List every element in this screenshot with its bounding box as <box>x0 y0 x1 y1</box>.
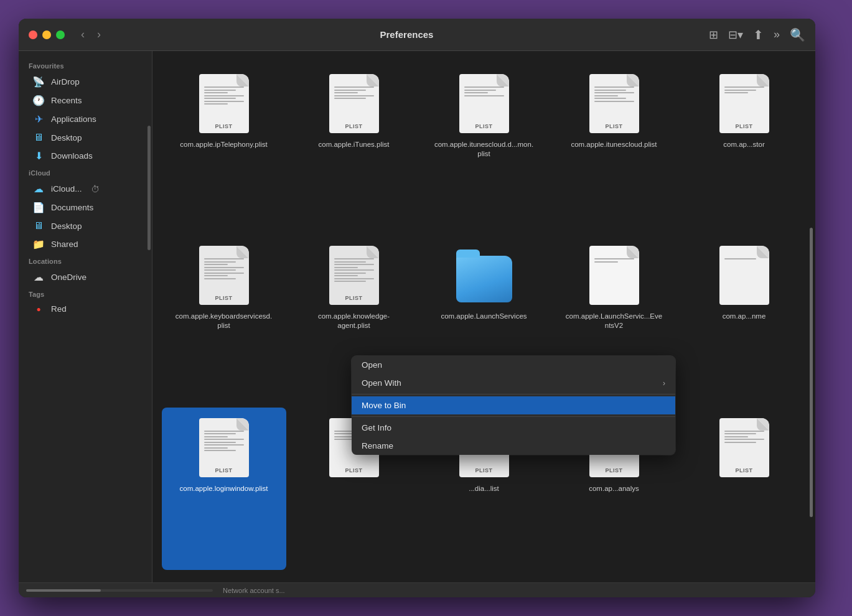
view-grid-icon[interactable]: ⊞ <box>709 28 718 42</box>
scrollbar-thumb[interactable] <box>810 228 813 516</box>
plist-line <box>334 275 358 276</box>
plist-line <box>334 258 374 259</box>
plist-line <box>204 269 236 271</box>
file-name: com.apple.itunescloud.d...mon.plist <box>434 140 534 159</box>
file-item[interactable]: PLIST com.ap...nme <box>682 235 807 407</box>
plist-line <box>334 273 366 274</box>
plist-line <box>594 95 618 96</box>
sidebar: Favourites 📡 AirDrop 🕐 Recents ✈ Applica… <box>19 51 152 582</box>
horizontal-scrollbar[interactable] <box>26 588 213 593</box>
file-name: com.apple.itunescloud.plist <box>571 140 657 149</box>
icloud-sync-icon: ⏱ <box>91 184 100 194</box>
plist-line <box>724 442 756 443</box>
context-menu-open-with[interactable]: Open With › <box>352 374 675 392</box>
context-menu-rename[interactable]: Rename <box>352 437 675 455</box>
desktop2-icon: 🖥 <box>32 220 45 231</box>
file-item[interactable]: PLIST com.apple.ipTelephony.plist <box>162 63 286 235</box>
plist-icon-wrapper: PLIST <box>196 243 252 308</box>
plist-lines <box>724 86 764 93</box>
plist-line <box>334 92 358 93</box>
file-name: com.apple.LaunchServic...EventsV2 <box>564 312 664 330</box>
sidebar-item-label: AirDrop <box>51 77 80 86</box>
plist-line <box>594 90 626 91</box>
plist-line <box>724 92 748 93</box>
plist-line <box>204 90 236 91</box>
plist-line <box>204 92 228 93</box>
plist-line <box>204 450 236 451</box>
sidebar-item-airdrop[interactable]: 📡 AirDrop <box>22 73 148 91</box>
plist-badge: PLIST <box>215 467 232 474</box>
sidebar-item-label: Applications <box>51 114 96 124</box>
plist-file-icon: PLIST <box>329 246 379 305</box>
scrollbar-thumb[interactable] <box>26 589 101 592</box>
plist-line <box>334 95 374 96</box>
file-item[interactable]: PLIST com.ap...stor <box>682 63 807 235</box>
plist-badge: PLIST <box>475 123 492 129</box>
plist-line <box>724 258 756 259</box>
back-button[interactable]: ‹ <box>77 26 88 44</box>
sidebar-item-desktop-icloud[interactable]: 🖥 Desktop <box>22 217 148 235</box>
plist-line <box>594 86 634 88</box>
plist-line <box>334 267 358 268</box>
finder-window: ‹ › Preferences ⊞ ⊟▾ ⬆ » 🔍 Favourites 📡 … <box>19 19 815 597</box>
sidebar-item-onedrive[interactable]: ☁ OneDrive <box>22 268 148 286</box>
title-bar: ‹ › Preferences ⊞ ⊟▾ ⬆ » 🔍 <box>19 19 815 51</box>
sidebar-scrollbar[interactable] <box>147 126 151 250</box>
file-item[interactable]: PLIST com.apple.keyboardservicesd.plist <box>162 235 286 407</box>
desktop-icon: 🖥 <box>32 132 45 143</box>
chevron-right-icon: › <box>663 379 665 388</box>
context-menu-get-info[interactable]: Get Info <box>352 419 675 437</box>
plist-badge: PLIST <box>475 467 492 474</box>
plist-line <box>204 103 228 105</box>
file-name: com.apple.iTunes.plist <box>319 140 390 149</box>
plist-file-icon: PLIST <box>459 74 509 133</box>
file-item[interactable]: PLIST com.apple.iTunes.plist <box>292 63 416 235</box>
sidebar-item-shared[interactable]: 📁 Shared <box>22 235 148 253</box>
share-icon[interactable]: ⬆ <box>753 27 764 42</box>
close-button[interactable] <box>29 30 37 39</box>
scrollbar-track <box>26 589 213 592</box>
view-options-icon[interactable]: ⊟▾ <box>728 28 743 42</box>
file-item-selected[interactable]: PLIST com.apple.loginwindow.plist <box>162 408 286 570</box>
context-menu-move-to-bin[interactable]: Move to Bin <box>352 396 675 414</box>
file-item[interactable]: PLIST com.apple.itunescloud.plist <box>552 63 676 235</box>
minimize-button[interactable] <box>42 30 51 39</box>
file-item[interactable]: PLIST <box>682 408 807 570</box>
plist-line <box>204 261 236 263</box>
plist-line <box>464 92 488 93</box>
maximize-button[interactable] <box>56 30 65 39</box>
context-menu-separator <box>352 416 675 417</box>
more-icon[interactable]: » <box>774 28 780 41</box>
plist-icon-wrapper: PLIST <box>716 243 772 308</box>
context-menu-open-with-label: Open With <box>362 378 401 388</box>
toolbar-right: ⊞ ⊟▾ ⬆ » 🔍 <box>709 27 805 42</box>
sidebar-item-label: Desktop <box>51 133 82 142</box>
file-item[interactable]: PLIST com.apple.itunescloud.d...mon.plis… <box>422 63 546 235</box>
favourites-label: Favourites <box>19 58 152 72</box>
plist-line <box>724 436 748 437</box>
plist-lines <box>204 431 244 452</box>
plist-line <box>204 273 244 274</box>
file-area-scrollbar[interactable] <box>809 83 813 565</box>
sidebar-item-documents[interactable]: 📄 Documents <box>22 198 148 217</box>
context-menu-open[interactable]: Open <box>352 356 675 374</box>
tags-label: Tags <box>19 287 152 301</box>
sidebar-item-recents[interactable]: 🕐 Recents <box>22 91 148 110</box>
plist-file-icon: PLIST <box>589 74 639 133</box>
plist-line <box>464 86 504 88</box>
sidebar-item-applications[interactable]: ✈ Applications <box>22 110 148 128</box>
plist-line <box>334 281 366 282</box>
plist-line <box>594 261 618 263</box>
plist-lines <box>334 258 374 282</box>
sidebar-item-red[interactable]: ● Red <box>22 301 148 317</box>
sidebar-item-icloud[interactable]: ☁ iCloud... ⏱ <box>22 180 148 198</box>
sidebar-item-label: Shared <box>51 240 78 249</box>
file-name: com.apple.loginwindow.plist <box>180 484 268 493</box>
sidebar-item-desktop[interactable]: 🖥 Desktop <box>22 129 148 146</box>
onedrive-icon: ☁ <box>32 271 45 283</box>
search-icon[interactable]: 🔍 <box>790 27 805 42</box>
sidebar-item-downloads[interactable]: ⬇ Downloads <box>22 147 148 165</box>
forward-button[interactable]: › <box>93 26 105 44</box>
plist-line <box>724 433 756 434</box>
plist-lines <box>334 86 374 99</box>
